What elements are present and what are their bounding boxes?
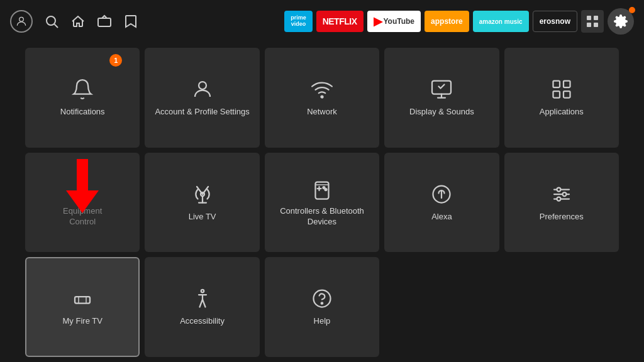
svg-point-29 bbox=[557, 187, 560, 191]
svg-point-35 bbox=[201, 290, 204, 293]
applications-label: Applications bbox=[536, 107, 587, 118]
grid-item-applications[interactable]: Applications bbox=[504, 48, 619, 148]
grid-item-help[interactable]: Help bbox=[265, 257, 379, 357]
grid-item-myfitv[interactable]: My Fire TV bbox=[25, 257, 140, 357]
svg-rect-13 bbox=[553, 91, 560, 98]
bookmark-icon[interactable] bbox=[123, 14, 138, 29]
person-icon bbox=[191, 78, 214, 101]
grid-item-account[interactable]: Account & Profile Settings bbox=[145, 48, 259, 148]
antenna-icon bbox=[191, 183, 214, 206]
svg-point-37 bbox=[321, 303, 323, 304]
grid-view-button[interactable] bbox=[581, 10, 604, 33]
svg-rect-32 bbox=[75, 297, 90, 304]
display-icon bbox=[430, 78, 453, 101]
alexa-label: Alexa bbox=[428, 212, 456, 222]
grid-item-notifications[interactable]: 1 Notifications bbox=[25, 48, 140, 148]
search-icon[interactable] bbox=[44, 14, 59, 29]
grid-item-display[interactable]: Display & Sounds bbox=[384, 48, 499, 148]
alexa-icon bbox=[430, 183, 453, 206]
remote-icon bbox=[71, 177, 94, 200]
grid-item-controllers[interactable]: Controllers & Bluetooth Devices bbox=[265, 153, 379, 253]
account-label: Account & Profile Settings bbox=[151, 107, 253, 118]
svg-point-30 bbox=[562, 192, 566, 196]
grid-item-preferences[interactable]: Preferences bbox=[504, 153, 619, 253]
apps-icon bbox=[550, 78, 573, 101]
svg-rect-3 bbox=[98, 18, 111, 26]
bell-icon bbox=[71, 78, 94, 101]
svg-point-0 bbox=[19, 17, 24, 21]
app-shortcuts: primevideo NETFLIX ▶ YouTube appstore am… bbox=[284, 8, 634, 35]
grid-item-accessibility[interactable]: Accessibility bbox=[145, 257, 259, 357]
notifications-label: Notifications bbox=[57, 107, 109, 118]
display-label: Display & Sounds bbox=[406, 107, 478, 118]
notification-badge: 1 bbox=[109, 54, 122, 67]
svg-rect-7 bbox=[594, 23, 598, 27]
settings-grid: 1 Notifications Account & Profile Settin… bbox=[0, 43, 644, 362]
preferences-label: Preferences bbox=[536, 212, 587, 222]
tv-icon[interactable] bbox=[97, 14, 112, 29]
svg-line-2 bbox=[55, 25, 58, 28]
controllers-label: Controllers & Bluetooth Devices bbox=[265, 206, 379, 228]
livetv-label: Live TV bbox=[185, 212, 220, 222]
settings-button[interactable] bbox=[608, 8, 634, 35]
appstore-button[interactable]: appstore bbox=[425, 11, 469, 32]
svg-rect-14 bbox=[564, 91, 570, 98]
svg-point-22 bbox=[323, 187, 325, 189]
network-label: Network bbox=[303, 107, 341, 118]
svg-rect-11 bbox=[553, 80, 560, 87]
grid-item-livetv[interactable]: Live TV bbox=[145, 153, 259, 253]
grid-item-alexa[interactable]: Alexa bbox=[384, 153, 499, 253]
svg-point-23 bbox=[325, 189, 326, 190]
sliders-icon bbox=[550, 183, 573, 206]
grid-item-network[interactable]: Network bbox=[265, 48, 379, 148]
svg-point-9 bbox=[321, 96, 323, 97]
svg-point-16 bbox=[81, 184, 84, 187]
home-icon[interactable] bbox=[70, 14, 86, 29]
svg-rect-6 bbox=[587, 23, 591, 27]
amazonmusic-button[interactable]: amazon music bbox=[473, 11, 529, 32]
youtube-button[interactable]: ▶ YouTube bbox=[367, 11, 421, 32]
top-nav: primevideo NETFLIX ▶ YouTube appstore am… bbox=[0, 0, 644, 43]
svg-point-1 bbox=[47, 16, 55, 25]
primevideo-button[interactable]: primevideo bbox=[284, 11, 313, 32]
wifi-icon bbox=[311, 78, 333, 101]
svg-point-8 bbox=[199, 82, 206, 89]
accessibility-icon bbox=[191, 287, 214, 310]
svg-rect-5 bbox=[594, 16, 598, 20]
myfitv-label: My Fire TV bbox=[59, 316, 106, 327]
svg-rect-4 bbox=[587, 16, 591, 20]
grid-item-equipment[interactable]: EquipmentControl bbox=[25, 153, 140, 253]
help-icon bbox=[311, 287, 333, 310]
nav-left bbox=[10, 10, 138, 33]
help-label: Help bbox=[310, 316, 335, 327]
firetv-icon bbox=[71, 287, 94, 310]
svg-rect-12 bbox=[564, 80, 570, 87]
settings-notification-dot bbox=[629, 7, 635, 13]
controller-icon bbox=[311, 177, 333, 200]
equipment-label: EquipmentControl bbox=[59, 206, 106, 228]
netflix-button[interactable]: NETFLIX bbox=[316, 11, 364, 32]
accessibility-label: Accessibility bbox=[176, 316, 228, 327]
profile-icon[interactable] bbox=[10, 10, 33, 33]
erosnow-button[interactable]: erosnow bbox=[533, 11, 577, 32]
svg-point-31 bbox=[557, 197, 560, 200]
